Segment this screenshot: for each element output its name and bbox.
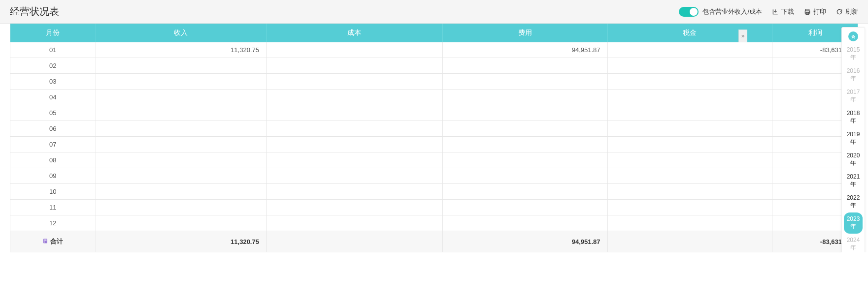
cell-tax: [607, 200, 772, 215]
download-label: 下载: [781, 7, 794, 16]
toggle-switch-icon[interactable]: [679, 7, 699, 17]
cell-month: 05: [10, 105, 96, 121]
year-item: 2017年: [842, 86, 865, 107]
svg-point-8: [46, 242, 46, 243]
cell-expense: [442, 121, 607, 137]
year-item[interactable]: 2019年: [842, 128, 865, 149]
table-row: 11: [10, 200, 858, 215]
refresh-label: 刷新: [845, 7, 858, 16]
cell-cost: [266, 58, 442, 74]
cell-cost: [266, 105, 442, 121]
year-item[interactable]: 2020年: [842, 149, 865, 170]
cell-expense: [442, 215, 607, 231]
table-header-row: 月份 收入 成本 费用 税金 利润: [10, 24, 858, 42]
table-row: 03: [10, 74, 858, 90]
cell-expense: [442, 58, 607, 74]
cell-revenue: [96, 215, 266, 231]
cell-cost: [266, 121, 442, 137]
table-row: 08: [10, 152, 858, 168]
operating-table: 月份 收入 成本 费用 税金 利润 0111,320.7594,951.87-8…: [10, 24, 858, 252]
cell-cost: [266, 137, 442, 152]
cell-expense: 94,951.87: [442, 42, 607, 58]
toggle-label: 包含营业外收入/成本: [702, 7, 762, 16]
print-label: 打印: [813, 7, 826, 16]
total-cell-cost: [266, 231, 442, 252]
svg-rect-3: [43, 239, 47, 243]
year-item[interactable]: 2018年: [842, 107, 865, 128]
cell-revenue: [96, 200, 266, 215]
cell-expense: [442, 90, 607, 105]
chevron-up-double-icon: [850, 33, 856, 39]
cell-tax: [607, 90, 772, 105]
download-icon: [772, 8, 779, 15]
cell-month: 02: [10, 58, 96, 74]
cell-revenue: [96, 105, 266, 121]
table-row: 0111,320.7594,951.87-83,631.12: [10, 42, 858, 58]
table-wrap: 月份 收入 成本 费用 税金 利润 0111,320.7594,951.87-8…: [10, 24, 858, 252]
cell-month: 09: [10, 168, 96, 184]
cell-cost: [266, 215, 442, 231]
cell-tax: [607, 74, 772, 90]
cell-revenue: [96, 90, 266, 105]
year-panel: 2015年2016年2017年2018年2019年2020年2021年2022年…: [841, 27, 865, 252]
table-row: 10: [10, 184, 858, 200]
cell-cost: [266, 74, 442, 90]
svg-point-5: [44, 242, 45, 242]
download-button[interactable]: 下载: [772, 7, 794, 16]
svg-rect-4: [44, 240, 47, 241]
cell-month: 07: [10, 137, 96, 152]
table-row: 06: [10, 121, 858, 137]
svg-point-7: [44, 242, 45, 243]
cell-month: 10: [10, 184, 96, 200]
table-row: 09: [10, 168, 858, 184]
year-item[interactable]: 2022年: [842, 191, 865, 212]
year-item: 2016年: [842, 64, 865, 86]
total-cell-revenue: 11,320.75: [96, 231, 266, 252]
total-cell-tax: [607, 231, 772, 252]
year-scroll-up[interactable]: [848, 31, 858, 41]
cell-tax: [607, 105, 772, 121]
calculator-icon: [42, 238, 48, 244]
cell-cost: [266, 90, 442, 105]
col-tax: 税金: [607, 24, 772, 42]
svg-point-6: [46, 242, 46, 242]
cell-cost: [266, 42, 442, 58]
cell-expense: [442, 168, 607, 184]
cell-revenue: [96, 74, 266, 90]
cell-month: 11: [10, 200, 96, 215]
total-cell-expense: 94,951.87: [442, 231, 607, 252]
table-row: 05: [10, 105, 858, 121]
cell-month: 12: [10, 215, 96, 231]
refresh-button[interactable]: 刷新: [836, 7, 858, 16]
cell-month: 06: [10, 121, 96, 137]
year-item[interactable]: 2023年: [844, 212, 863, 234]
cell-revenue: [96, 121, 266, 137]
cell-expense: [442, 74, 607, 90]
toggle-include-nonoperating[interactable]: 包含营业外收入/成本: [679, 7, 762, 17]
cell-month: 04: [10, 90, 96, 105]
col-expense: 费用: [442, 24, 607, 42]
cell-cost: [266, 168, 442, 184]
print-button[interactable]: 打印: [804, 7, 826, 16]
page-title: 经营状况表: [10, 5, 59, 18]
col-revenue: 收入: [96, 24, 266, 42]
table-row: 02: [10, 58, 858, 74]
cell-expense: [442, 184, 607, 200]
col-cost: 成本: [266, 24, 442, 42]
year-item: 2015年: [842, 43, 865, 64]
refresh-icon: [836, 8, 843, 15]
cell-tax: [607, 184, 772, 200]
chevron-right-double-icon: »: [741, 32, 745, 39]
cell-tax: [607, 168, 772, 184]
cell-cost: [266, 200, 442, 215]
cell-cost: [266, 152, 442, 168]
year-item[interactable]: 2021年: [842, 170, 865, 191]
table-row: 07: [10, 137, 858, 152]
expand-toggle[interactable]: »: [738, 30, 747, 42]
total-label-cell: 合计: [10, 231, 96, 252]
cell-revenue: [96, 58, 266, 74]
year-item: 2024年: [842, 234, 865, 252]
toolbar: 包含营业外收入/成本 下载 打印 刷新: [679, 7, 858, 17]
cell-expense: [442, 105, 607, 121]
cell-revenue: [96, 168, 266, 184]
